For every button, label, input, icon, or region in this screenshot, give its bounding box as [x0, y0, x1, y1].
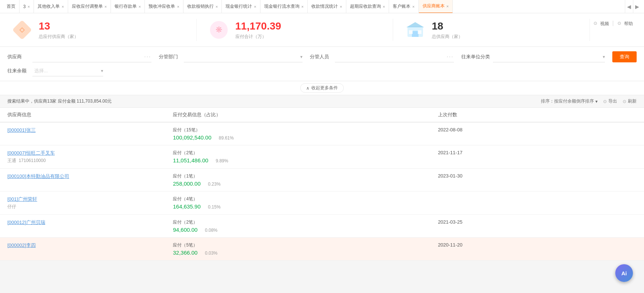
grain-icon: ❋: [208, 19, 230, 41]
last-pay-date-000012: 2021-03-25: [438, 219, 463, 225]
trans-amount-000002[interactable]: 32,366.00: [173, 249, 197, 256]
nav-tab-ap-adjust[interactable]: 应收应付调整单 ×: [68, 0, 111, 13]
close-icon[interactable]: ×: [105, 4, 107, 9]
balance-input[interactable]: [32, 65, 101, 76]
nav-tab-collect-verify[interactable]: 收款核销执行 ×: [183, 0, 222, 13]
category-filter-label: 往来单位分类: [461, 54, 490, 60]
supplier-link-000002[interactable]: [000002]李四: [7, 242, 173, 249]
supplier-input[interactable]: [32, 51, 144, 62]
trans-amount-000001[interactable]: 100,092,540.00: [173, 134, 211, 141]
export-label: 导出: [608, 98, 617, 104]
supplier-link-000007[interactable]: [000007]恒旺二手叉车: [7, 150, 173, 156]
nav-tab-overdue-query[interactable]: 超期应收款查询 ×: [346, 0, 389, 13]
query-button[interactable]: 查询: [612, 51, 637, 62]
close-icon[interactable]: ×: [216, 4, 218, 9]
supplier-link-000012[interactable]: [000012]广州贝瑞: [7, 219, 173, 226]
close-icon[interactable]: ×: [340, 4, 342, 9]
nav-tab-home[interactable]: 首页: [3, 0, 20, 13]
balance-chevron-down-icon[interactable]: ▾: [101, 68, 103, 73]
th-supplier-info: 供应商信息: [7, 111, 173, 118]
nav-prev-arrow[interactable]: ◀: [625, 0, 633, 13]
dept-chevron-down-icon[interactable]: ▾: [300, 54, 302, 59]
supplier-link-000001[interactable]: [000001]张三: [7, 127, 173, 134]
nav-tab-customer-acct[interactable]: 客户账本 ×: [389, 0, 419, 13]
close-icon[interactable]: ×: [383, 4, 385, 9]
transaction-cell-000002: 应付（5笔） 32,366.00 0.03%: [173, 242, 438, 256]
supplier-link-000100[interactable]: [000100]本特勤油品有限公司: [7, 173, 173, 180]
nav-tab-3[interactable]: 3 ×: [20, 0, 34, 13]
diamond-icon: ◇: [11, 19, 33, 41]
nav-tab-customer-acct-label: 客户账本: [393, 3, 410, 10]
th-transaction-info: 应付交易信息（占比）: [173, 111, 438, 118]
trans-amount-row-000100: 258,000.00 0.23%: [173, 180, 438, 187]
table-row: [000007]恒旺二手叉车 王通 17106110000 应付（2笔） 11,…: [0, 145, 644, 169]
trans-amount-row-000007: 11,051,486.00 9.89%: [173, 157, 438, 163]
filter-row-1: 供应商 ··· 分管部门 ▾ 分管人员 ··· 往来单位分类: [7, 51, 637, 62]
total-suppliers-number: 18: [432, 20, 463, 32]
person-filter-label: 分管人员: [310, 54, 332, 60]
last-pay-cell-000001: 2022-08-08: [438, 127, 637, 132]
total-payable-amount-label: 应付合计（万）: [235, 34, 281, 40]
trans-amount-row-000001: 100,092,540.00 89.61%: [173, 134, 438, 141]
video-link[interactable]: 视频: [600, 21, 609, 27]
sort-label: 排序：按应付余额倒序排序: [541, 98, 594, 104]
svg-text:◇: ◇: [20, 26, 25, 33]
nav-tab-cash-bank-flow-label: 现金银行流水查询: [264, 3, 300, 10]
category-input[interactable]: [493, 51, 603, 62]
supplier-cell-000007: [000007]恒旺二手叉车 王通 17106110000: [7, 150, 173, 164]
export-button[interactable]: ⊙ 导出: [603, 98, 617, 104]
close-icon[interactable]: ×: [28, 4, 30, 9]
close-icon[interactable]: ×: [177, 4, 179, 9]
category-chevron-down-icon[interactable]: ▾: [603, 54, 605, 59]
trans-amount-000007[interactable]: 11,051,486.00: [173, 157, 208, 163]
dept-input[interactable]: [184, 51, 301, 62]
close-icon[interactable]: ×: [301, 4, 304, 9]
supplier-link-001[interactable]: [001]广州荣轩: [7, 196, 173, 203]
nav-tab-other-income-label: 其他收入单: [38, 3, 60, 10]
filter-balance: 往来余额 ▾: [7, 65, 103, 76]
last-pay-cell-000012: 2021-03-25: [438, 219, 637, 225]
close-icon[interactable]: ×: [254, 4, 256, 9]
close-icon[interactable]: ×: [139, 4, 141, 9]
transaction-cell-000100: 应付（1笔） 258,000.00 0.23%: [173, 173, 438, 187]
trans-amount-000012[interactable]: 94,600.00: [173, 227, 197, 233]
nav-tab-cash-bank-stat[interactable]: 现金银行统计 ×: [222, 0, 260, 13]
trans-label-000007: 应付（2笔）: [173, 150, 438, 156]
nav-arrows: ◀ ▶: [625, 0, 641, 13]
supplier-cell-000002: [000002]李四: [7, 242, 173, 249]
nav-tab-other-income[interactable]: 其他收入单 ×: [34, 0, 68, 13]
nav-tab-bank-deposit[interactable]: 银行存款单 ×: [111, 0, 145, 13]
filter-person: 分管人员 ···: [310, 51, 454, 62]
person-input[interactable]: [335, 51, 447, 62]
nav-tab-prepay-collect[interactable]: 预收冲应收单 ×: [145, 0, 183, 13]
refresh-icon: ⊙: [623, 99, 626, 104]
summary-payable-suppliers: ◇ 13 总应付供应商（家）: [7, 19, 197, 41]
nav-tab-supplier-acct-label: 供应商账本: [423, 3, 445, 9]
help-link[interactable]: 帮助: [624, 21, 633, 27]
refresh-button[interactable]: ⊙ 刷新: [623, 98, 637, 104]
last-pay-date-000001: 2022-08-08: [438, 127, 463, 132]
close-icon[interactable]: ×: [412, 4, 414, 9]
trans-percent-000100: 0.23%: [208, 182, 221, 187]
supplier-cell-000100: [000100]本特勤油品有限公司: [7, 173, 173, 180]
trans-amount-001[interactable]: 164,635.90: [173, 203, 200, 210]
transaction-cell-000007: 应付（2笔） 11,051,486.00 9.89%: [173, 150, 438, 163]
filter-area: 供应商 ··· 分管部门 ▾ 分管人员 ··· 往来单位分类: [0, 47, 644, 81]
nav-tab-collect-stat[interactable]: 收款情况统计 ×: [308, 0, 346, 13]
summary-total-suppliers: 18 总供应商（家）: [393, 19, 590, 41]
trans-amount-000100[interactable]: 258,000.00: [173, 180, 200, 187]
top-navigation: 首页 3 × 其他收入单 × 应收应付调整单 × 银行存款单 × 预收冲应收单 …: [0, 0, 644, 13]
nav-next-arrow[interactable]: ▶: [633, 0, 641, 13]
nav-tab-cash-bank-flow[interactable]: 现金银行流水查询 ×: [260, 0, 308, 13]
nav-tab-supplier-acct[interactable]: 供应商账本 ×: [419, 0, 453, 13]
person-more-icon[interactable]: ···: [447, 54, 454, 60]
trans-percent-000012: 0.08%: [205, 228, 217, 233]
close-icon[interactable]: ×: [447, 4, 449, 8]
collapse-button[interactable]: ∧ 收起更多条件: [300, 83, 344, 93]
supplier-contact-001: 仔仔: [7, 204, 173, 210]
close-icon[interactable]: ×: [62, 4, 64, 9]
sort-select[interactable]: 排序：按应付余额倒序排序 ▾: [541, 98, 598, 104]
last-pay-date-000007: 2021-11-17: [438, 150, 463, 155]
supplier-more-icon[interactable]: ···: [144, 54, 151, 60]
svg-rect-6: [412, 31, 419, 37]
